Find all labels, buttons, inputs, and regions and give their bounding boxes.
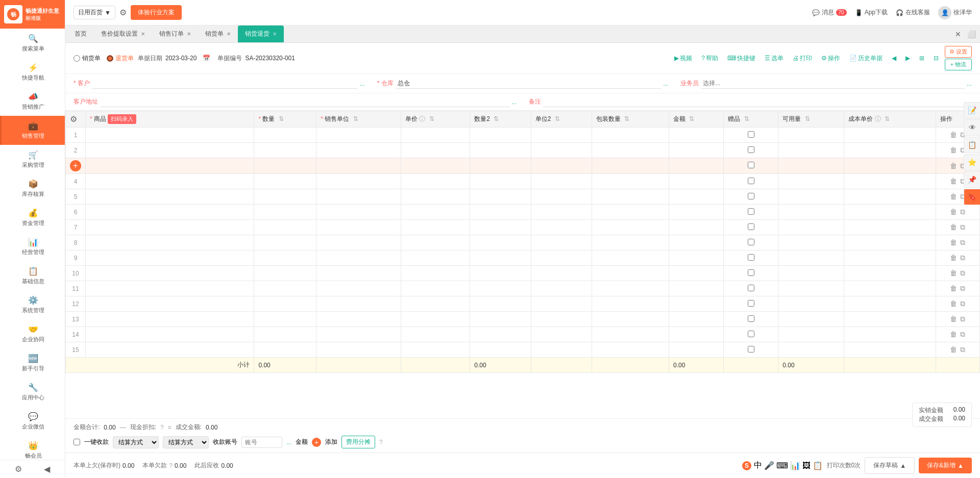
sidebar-item-search[interactable]: 🔍 搜索菜单 bbox=[0, 29, 65, 58]
tab-sales-bill[interactable]: 销货单 ✕ bbox=[198, 26, 238, 42]
help-btn[interactable]: ? 帮助 bbox=[698, 53, 721, 64]
delete-icon-6[interactable]: 🗑 bbox=[950, 208, 957, 216]
settings-icon-btn[interactable]: ⚙ bbox=[15, 464, 22, 474]
save-new-btn[interactable]: 保存&新增 ▲ bbox=[919, 458, 972, 473]
gift-checkbox-7[interactable] bbox=[748, 223, 754, 230]
account-dots[interactable]: ... bbox=[286, 439, 291, 446]
copy-icon-12[interactable]: ⧉ bbox=[960, 299, 965, 308]
gift-checkbox-2[interactable] bbox=[748, 146, 754, 153]
tab-sales-order[interactable]: 销售订单 ✕ bbox=[152, 26, 198, 42]
sidebar-item-shortcut[interactable]: ⚡ 快捷导航 bbox=[0, 58, 65, 87]
delete-icon-9[interactable]: 🗑 bbox=[950, 254, 957, 262]
delete-icon-5[interactable]: 🗑 bbox=[950, 192, 957, 201]
message-btn[interactable]: 💬 消息 70 bbox=[812, 8, 847, 17]
packqty-sort-icon[interactable]: ⇅ bbox=[624, 115, 629, 122]
unit2-sort-icon[interactable]: ⇅ bbox=[555, 115, 560, 122]
available-sort-icon[interactable]: ⇅ bbox=[805, 115, 810, 122]
delete-icon-13[interactable]: 🗑 bbox=[950, 315, 957, 323]
price-sort-icon[interactable]: ⇅ bbox=[429, 115, 434, 122]
product-input-6[interactable] bbox=[90, 209, 250, 216]
tab-price-setting[interactable]: 售价提取设置 ✕ bbox=[94, 26, 152, 42]
delete-icon-14[interactable]: 🗑 bbox=[950, 330, 957, 339]
copy-icon-13[interactable]: ⧉ bbox=[960, 315, 965, 323]
warehouse-input[interactable] bbox=[396, 78, 662, 89]
input-icon-2[interactable]: 🎤 bbox=[764, 461, 774, 470]
radio-sales-bill[interactable]: 销货单 bbox=[74, 54, 101, 63]
sidebar-item-system[interactable]: ⚙️ 系统管理 bbox=[0, 290, 65, 319]
sidebar-item-guide[interactable]: 🆕 新手引导 bbox=[0, 348, 65, 378]
delete-icon-3[interactable]: 🗑 bbox=[950, 162, 957, 170]
tab-close-price-setting[interactable]: ✕ bbox=[141, 31, 145, 37]
delete-icon-7[interactable]: 🗑 bbox=[950, 223, 957, 232]
product-input-4[interactable] bbox=[90, 178, 250, 185]
date-picker-btn[interactable]: 📅 bbox=[200, 54, 213, 63]
copy-icon-15[interactable]: ⧉ bbox=[960, 345, 965, 354]
sidebar-item-finance[interactable]: 💰 资金管理 bbox=[0, 203, 65, 232]
gift-checkbox-15[interactable] bbox=[748, 346, 754, 353]
video-btn[interactable]: ▶ 视频 bbox=[671, 53, 695, 64]
account-input[interactable] bbox=[241, 437, 282, 448]
sidebar-item-marketing[interactable]: 📣 营销推广 bbox=[0, 87, 65, 116]
scan-input-btn[interactable]: 扫码录入 bbox=[108, 114, 136, 124]
input-icon-6[interactable]: 📋 bbox=[813, 461, 823, 470]
product-input-7[interactable] bbox=[90, 224, 250, 231]
input-icon-3[interactable]: ⌨ bbox=[776, 461, 788, 470]
settings-side-btn[interactable]: ⚙ 设置 bbox=[945, 46, 972, 58]
trial-btn[interactable]: 体验行业方案 bbox=[131, 5, 182, 20]
quick-btn-star[interactable]: ⭐ bbox=[964, 154, 980, 170]
copy-icon-14[interactable]: ⧉ bbox=[960, 330, 965, 339]
warehouse-dots[interactable]: ... bbox=[663, 80, 668, 87]
qty-sort-icon[interactable]: ⇅ bbox=[279, 115, 284, 122]
customer-dots[interactable]: ... bbox=[360, 80, 365, 87]
tab-home[interactable]: 首页 bbox=[67, 26, 94, 42]
product-input-13[interactable] bbox=[90, 316, 250, 323]
save-draft-btn[interactable]: 保存草稿 ▲ bbox=[865, 457, 915, 474]
gift-checkbox-13[interactable] bbox=[748, 315, 754, 322]
calc-method-select[interactable]: 结算方式 bbox=[113, 436, 159, 448]
maximize-tab-btn[interactable]: ⬜ bbox=[965, 28, 978, 40]
product-input-12[interactable] bbox=[90, 300, 250, 308]
product-input-9[interactable] bbox=[90, 255, 250, 262]
industry-select[interactable]: 日用百货 ▼ bbox=[74, 6, 115, 19]
gift-checkbox-14[interactable] bbox=[748, 331, 754, 337]
gift-checkbox-8[interactable] bbox=[748, 239, 754, 245]
product-input-3[interactable] bbox=[90, 162, 250, 169]
sidebar-item-member[interactable]: 👑 畅会员 bbox=[0, 436, 65, 460]
next-record-btn[interactable]: ▶ bbox=[902, 54, 913, 63]
product-input-10[interactable] bbox=[90, 270, 250, 277]
input-icon-5[interactable]: 🖼 bbox=[802, 461, 811, 470]
logistics-side-btn[interactable]: + 物流 bbox=[945, 59, 972, 70]
copy-icon-9[interactable]: ⧉ bbox=[960, 254, 965, 262]
staff-dots[interactable]: ... bbox=[967, 80, 972, 87]
copy-icon-8[interactable]: ⧉ bbox=[960, 238, 965, 247]
calc-method2-select[interactable]: 结算方式 bbox=[163, 436, 209, 448]
product-input-2[interactable] bbox=[90, 147, 250, 154]
gift-checkbox-3[interactable] bbox=[748, 162, 754, 168]
input-icon-4[interactable]: 📊 bbox=[790, 461, 800, 470]
customer-input[interactable] bbox=[92, 78, 358, 89]
card-view-btn[interactable]: ⊟ bbox=[930, 54, 942, 63]
product-input-8[interactable] bbox=[90, 239, 250, 246]
tab-close-sales-order[interactable]: ✕ bbox=[187, 31, 191, 37]
delete-icon-11[interactable]: 🗑 bbox=[950, 284, 957, 293]
table-view-btn[interactable]: ⊞ bbox=[916, 54, 927, 63]
topbar-settings-icon[interactable]: ⚙ bbox=[119, 8, 127, 17]
costunit-sort-icon[interactable]: ⇅ bbox=[885, 115, 890, 122]
quick-btn-note[interactable]: 📝 bbox=[964, 102, 980, 118]
sidebar-item-basic[interactable]: 📋 基础信息 bbox=[0, 261, 65, 290]
remark-input[interactable] bbox=[543, 96, 972, 107]
sidebar-item-operations[interactable]: 📊 经营管理 bbox=[0, 232, 65, 261]
sidebar-item-wechat[interactable]: 💬 企业微信 bbox=[0, 407, 65, 436]
quick-btn-pin[interactable]: 📌 bbox=[964, 171, 980, 188]
close-tab-btn[interactable]: ✕ bbox=[953, 28, 963, 40]
app-download-btn[interactable]: 📱 App下载 bbox=[855, 8, 888, 17]
print-btn[interactable]: 🖨 打印 bbox=[790, 53, 815, 64]
qty2-sort-icon[interactable]: ⇅ bbox=[494, 115, 499, 122]
product-input-1[interactable] bbox=[90, 132, 250, 139]
amount-sort-icon[interactable]: ⇅ bbox=[689, 115, 694, 122]
tab-close-sales-return[interactable]: ✕ bbox=[273, 31, 277, 37]
radio-return-bill[interactable]: 退货单 bbox=[107, 54, 134, 63]
staff-input[interactable] bbox=[701, 78, 965, 89]
quick-btn-view[interactable]: 👁 bbox=[964, 119, 980, 136]
gift-checkbox-9[interactable] bbox=[748, 254, 754, 261]
